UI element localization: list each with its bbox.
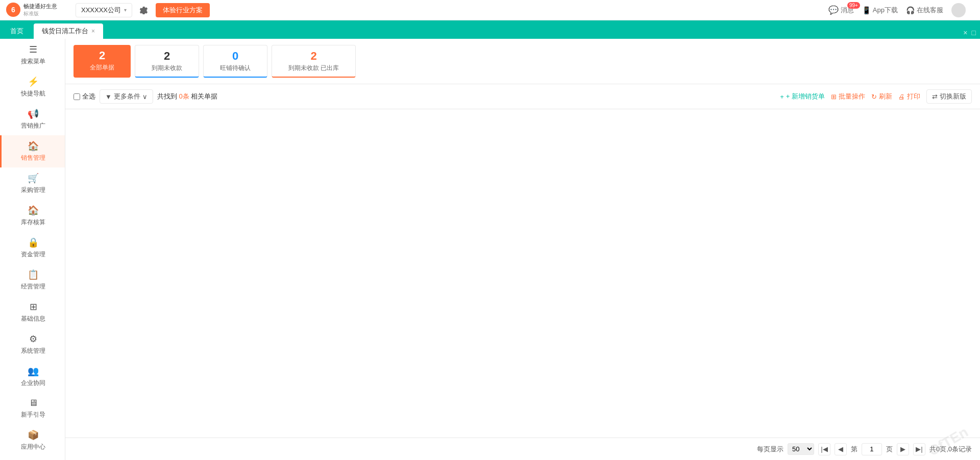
trial-button[interactable]: 体验行业方案 xyxy=(156,3,210,17)
window-maximize-icon[interactable]: □ xyxy=(972,29,976,37)
app-download-button[interactable]: 📱 App下载 xyxy=(862,6,898,15)
company-selector[interactable]: XXXXXX公司 ▾ xyxy=(76,3,132,17)
stat-label-shipped: 到期未收款 已出库 xyxy=(288,64,339,72)
sidebar-item-inventory[interactable]: 🏠 库存核算 xyxy=(0,200,65,232)
nav-tab-actions: × □ xyxy=(963,29,980,39)
content-area: 2 全部单据 2 到期未收款 0 旺铺待确认 2 到期未收款 已出库 全选 xyxy=(65,39,980,460)
sidebar-item-purchase[interactable]: 🛒 采购管理 xyxy=(0,167,65,200)
stat-label-wangpu: 旺铺待确认 xyxy=(220,64,251,72)
operations-icon: 📋 xyxy=(28,269,39,280)
cooperation-icon: 👥 xyxy=(28,366,39,377)
sidebar-item-finance[interactable]: 🔒 资金管理 xyxy=(0,232,65,264)
sidebar-item-label: 经营管理 xyxy=(21,282,45,291)
sidebar-item-search[interactable]: ☰ 搜索菜单 xyxy=(0,39,65,71)
switch-label: 切换新版 xyxy=(940,92,966,101)
sidebar-item-label: 快捷导航 xyxy=(21,89,45,98)
online-service-button[interactable]: 🎧 在线客服 xyxy=(906,6,943,15)
sidebar-item-basic-info[interactable]: ⊞ 基础信息 xyxy=(0,296,65,328)
result-count: 0条 xyxy=(179,92,189,100)
sidebar-item-label: 库存核算 xyxy=(21,218,45,227)
switch-version-button[interactable]: ⇄ 切换新版 xyxy=(926,89,972,104)
filter-button[interactable]: ▼ 更多条件 ∨ xyxy=(100,89,153,104)
chevron-down-icon: ▾ xyxy=(124,7,127,13)
sidebar-item-wechat[interactable]: 💬 企业微信 xyxy=(0,456,65,460)
stat-card-all[interactable]: 2 全部单据 xyxy=(74,45,131,78)
sidebar-item-label: 销售管理 xyxy=(21,154,45,162)
batch-icon: ⊞ xyxy=(831,93,837,101)
filter-icon: ▼ xyxy=(105,93,112,101)
table-area xyxy=(65,109,980,438)
stat-number-all: 2 xyxy=(99,49,105,62)
add-sales-order-button[interactable]: + + 新增销货单 xyxy=(780,92,825,101)
purchase-icon: 🛒 xyxy=(28,173,39,184)
add-icon: + xyxy=(780,93,784,101)
page-input[interactable] xyxy=(862,443,882,455)
toolbar: 全选 ▼ 更多条件 ∨ 共找到 0条 相关单据 + + 新增销货单 ⊞ 批量操作 xyxy=(65,84,980,109)
window-close-icon[interactable]: × xyxy=(963,29,967,37)
batch-label: 批量操作 xyxy=(839,92,865,101)
header-right: 💬 消息 99+ 📱 App下载 🎧 在线客服 xyxy=(828,3,974,17)
sidebar-item-sales[interactable]: 🏠 销售管理 xyxy=(0,135,65,167)
sidebar-item-guide[interactable]: 🖥 新手引导 xyxy=(0,393,65,424)
refresh-label: 刷新 xyxy=(879,92,892,101)
sidebar-item-system[interactable]: ⚙ 系统管理 xyxy=(0,328,65,360)
stat-card-shipped[interactable]: 2 到期未收款 已出库 xyxy=(272,45,356,78)
sidebar-item-label: 应用中心 xyxy=(21,443,45,451)
quick-nav-icon: ⚡ xyxy=(28,76,39,87)
stat-card-overdue[interactable]: 2 到期未收款 xyxy=(135,45,199,78)
switch-icon: ⇄ xyxy=(932,93,938,101)
finance-icon: 🔒 xyxy=(28,237,39,248)
top-header: 6 畅捷通好生意 标准版 XXXXXX公司 ▾ 体验行业方案 💬 消息 99+ … xyxy=(0,0,980,20)
sidebar-item-quick-nav[interactable]: ⚡ 快捷导航 xyxy=(0,71,65,103)
sidebar-item-marketing[interactable]: 📢 营销推广 xyxy=(0,103,65,135)
guide-icon: 🖥 xyxy=(29,398,38,408)
tab-home[interactable]: 首页 xyxy=(2,23,32,39)
last-page-button[interactable]: ▶| xyxy=(913,443,925,455)
sidebar-item-label: 资金管理 xyxy=(21,250,45,259)
marketing-icon: 📢 xyxy=(28,108,39,119)
sidebar-item-cooperation[interactable]: 👥 企业协同 xyxy=(0,360,65,393)
sidebar-item-label: 系统管理 xyxy=(21,347,45,355)
page-prefix: 第 xyxy=(851,445,857,454)
prev-page-button[interactable]: ◀ xyxy=(835,443,847,455)
stat-number-shipped: 2 xyxy=(311,50,317,63)
stat-number-overdue: 2 xyxy=(164,50,170,63)
sales-icon: 🏠 xyxy=(28,140,39,152)
sidebar-item-label: 新手引导 xyxy=(21,410,45,419)
sidebar-item-app-center[interactable]: 📦 应用中心 xyxy=(0,424,65,456)
avatar[interactable] xyxy=(951,3,966,17)
select-all-label[interactable]: 全选 xyxy=(74,92,95,101)
pagination-bar: 每页显示 50 100 200 |◀ ◀ 第 页 ▶ ▶| 共0页,0条记录 xyxy=(65,438,980,460)
sidebar-item-operations[interactable]: 📋 经营管理 xyxy=(0,264,65,296)
message-button[interactable]: 💬 消息 99+ xyxy=(828,5,854,15)
nav-tabs: 首页 钱货日清工作台 × × □ xyxy=(0,20,980,39)
tab-workbench-label: 钱货日清工作台 xyxy=(42,27,88,36)
refresh-button[interactable]: ↻ 刷新 xyxy=(871,92,892,101)
next-page-button[interactable]: ▶ xyxy=(897,443,909,455)
company-name: XXXXXX公司 xyxy=(81,6,121,15)
first-page-button[interactable]: |◀ xyxy=(818,443,830,455)
logo-area: 6 畅捷通好生意 标准版 xyxy=(6,3,71,17)
sidebar: ☰ 搜索菜单 ⚡ 快捷导航 📢 营销推广 🏠 销售管理 🛒 采购管理 🏠 库存核… xyxy=(0,39,65,460)
stat-label-all: 全部单据 xyxy=(90,63,114,72)
tab-workbench[interactable]: 钱货日清工作台 × xyxy=(34,23,103,39)
logo-text: 畅捷通好生意 xyxy=(23,3,57,10)
batch-operation-button[interactable]: ⊞ 批量操作 xyxy=(831,92,865,101)
search-menu-icon: ☰ xyxy=(29,44,37,55)
select-all-checkbox[interactable] xyxy=(74,93,80,100)
filter-label: 更多条件 xyxy=(114,92,140,101)
print-button[interactable]: 🖨 打印 xyxy=(898,92,920,101)
gear-button[interactable] xyxy=(136,3,151,17)
page-size-select[interactable]: 50 100 200 xyxy=(788,443,814,455)
stat-card-wangpu[interactable]: 0 旺铺待确认 xyxy=(203,45,267,78)
main-layout: ☰ 搜索菜单 ⚡ 快捷导航 📢 营销推广 🏠 销售管理 🛒 采购管理 🏠 库存核… xyxy=(0,39,980,460)
app-center-icon: 📦 xyxy=(28,429,39,441)
service-label: 在线客服 xyxy=(917,6,943,15)
tab-close-icon[interactable]: × xyxy=(91,28,95,35)
total-text: 共0页,0条记录 xyxy=(929,445,972,454)
sidebar-item-label: 搜索菜单 xyxy=(21,57,45,66)
logo-icon: 6 xyxy=(6,3,20,17)
refresh-icon: ↻ xyxy=(871,93,877,101)
system-icon: ⚙ xyxy=(29,333,37,345)
select-all-text: 全选 xyxy=(82,92,95,101)
